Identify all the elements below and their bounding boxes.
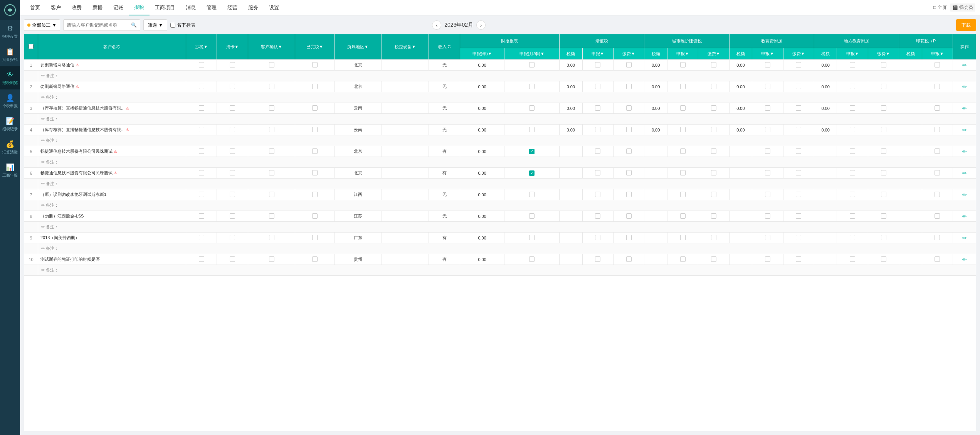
nav-management[interactable]: 管理 (201, 0, 222, 15)
edu-fee-cell[interactable] (783, 81, 814, 92)
vat-declare-cell[interactable] (582, 146, 613, 157)
vat-fee-cell[interactable] (613, 254, 644, 265)
col-report-month-sub[interactable]: 申报(月/季)▼ (504, 48, 560, 60)
unchecked-checkbox[interactable] (529, 84, 535, 89)
client-confirm-cell[interactable] (248, 233, 295, 243)
local-declare-cell[interactable] (837, 125, 868, 135)
sidebar-item-tax-browse[interactable]: 👁 报税浏览 (0, 66, 20, 89)
vat-fee-cell[interactable] (613, 189, 644, 200)
city-fee-cell[interactable] (698, 211, 729, 222)
city-fee-cell[interactable] (698, 168, 729, 179)
report-month-cell[interactable]: ✓ (504, 168, 560, 179)
clear-card-cell[interactable] (217, 233, 248, 243)
teal-checkbox[interactable]: ✓ (529, 149, 535, 154)
nav-business[interactable]: 工商项目 (150, 0, 180, 15)
stamp-declare-cell[interactable] (922, 233, 953, 243)
col-clear-card-header[interactable]: 清卡▼ (217, 34, 248, 60)
col-edu-fee-sub[interactable]: 缴费▼ (783, 48, 814, 60)
remark-cell[interactable]: ✏ 备注： (38, 92, 976, 103)
stamp-declare-cell[interactable] (922, 189, 953, 200)
local-fee-cell[interactable] (868, 254, 899, 265)
nav-fee[interactable]: 收费 (66, 0, 87, 15)
already-declared-cell[interactable] (295, 189, 335, 200)
city-declare-cell[interactable] (667, 189, 698, 200)
unchecked-checkbox[interactable] (529, 235, 535, 240)
stamp-declare-cell[interactable] (922, 60, 953, 71)
edit-icon[interactable]: ✏ (962, 84, 967, 90)
vat-declare-cell[interactable] (582, 211, 613, 222)
tax-declaration-cell[interactable] (186, 254, 217, 265)
tax-declaration-cell[interactable] (186, 233, 217, 243)
edu-declare-cell[interactable] (752, 189, 783, 200)
city-declare-cell[interactable] (667, 146, 698, 157)
unchecked-checkbox[interactable] (529, 62, 535, 67)
named-label-checkbox[interactable]: 名下标表 (170, 22, 195, 29)
col-already-declared-header[interactable]: 已完税▼ (295, 34, 335, 60)
remark-cell[interactable]: ✏ 备注： (38, 265, 976, 276)
clear-card-cell[interactable] (217, 125, 248, 135)
col-tax-declaration-header[interactable]: 抄税▼ (186, 34, 217, 60)
col-report-year-sub[interactable]: 申报(年)▼ (460, 48, 504, 60)
local-declare-cell[interactable] (837, 103, 868, 114)
local-declare-cell[interactable] (837, 60, 868, 71)
vat-declare-cell[interactable] (582, 168, 613, 179)
city-fee-cell[interactable] (698, 189, 729, 200)
city-fee-cell[interactable] (698, 146, 729, 157)
unchecked-checkbox[interactable] (529, 256, 535, 262)
edu-fee-cell[interactable] (783, 254, 814, 265)
report-month-cell[interactable] (504, 125, 560, 135)
city-declare-cell[interactable] (667, 60, 698, 71)
stamp-declare-cell[interactable] (922, 168, 953, 179)
city-fee-cell[interactable] (698, 60, 729, 71)
edit-icon[interactable]: ✏ (962, 192, 967, 198)
stamp-declare-cell[interactable] (922, 125, 953, 135)
vat-declare-cell[interactable] (582, 60, 613, 71)
city-fee-cell[interactable] (698, 125, 729, 135)
sidebar-item-annual-settlement[interactable]: 💰 汇算清缴 (0, 136, 20, 159)
edu-fee-cell[interactable] (783, 211, 814, 222)
client-confirm-cell[interactable] (248, 254, 295, 265)
edu-fee-cell[interactable] (783, 125, 814, 135)
city-fee-cell[interactable] (698, 81, 729, 92)
tax-declaration-cell[interactable] (186, 60, 217, 71)
stamp-declare-cell[interactable] (922, 103, 953, 114)
remark-cell[interactable]: ✏ 备注： (38, 243, 976, 254)
edu-declare-cell[interactable] (752, 254, 783, 265)
local-fee-cell[interactable] (868, 211, 899, 222)
nav-client[interactable]: 客户 (45, 0, 66, 15)
already-declared-cell[interactable] (295, 60, 335, 71)
already-declared-cell[interactable] (295, 125, 335, 135)
city-fee-cell[interactable] (698, 233, 729, 243)
col-tax-equipment-header[interactable]: 税控设备▼ (382, 34, 429, 60)
clear-card-cell[interactable] (217, 211, 248, 222)
edu-fee-cell[interactable] (783, 168, 814, 179)
client-confirm-cell[interactable] (248, 103, 295, 114)
local-declare-cell[interactable] (837, 81, 868, 92)
report-month-cell[interactable] (504, 103, 560, 114)
city-fee-cell[interactable] (698, 254, 729, 265)
vat-fee-cell[interactable] (613, 146, 644, 157)
stamp-declare-cell[interactable] (922, 211, 953, 222)
tax-declaration-cell[interactable] (186, 146, 217, 157)
edit-icon[interactable]: ✏ (962, 170, 967, 176)
remark-cell[interactable]: ✏ 备注： (38, 114, 976, 125)
download-button[interactable]: 下载 (956, 19, 976, 31)
client-confirm-cell[interactable] (248, 211, 295, 222)
remark-cell[interactable]: ✏ 备注： (38, 135, 976, 146)
client-confirm-cell[interactable] (248, 125, 295, 135)
select-all-checkbox[interactable] (29, 44, 34, 49)
remark-cell[interactable]: ✏ 备注： (38, 157, 976, 168)
edit-icon[interactable]: ✏ (962, 127, 967, 133)
edu-declare-cell[interactable] (752, 103, 783, 114)
client-confirm-cell[interactable] (248, 81, 295, 92)
vat-fee-cell[interactable] (613, 233, 644, 243)
city-declare-cell[interactable] (667, 125, 698, 135)
edit-icon[interactable]: ✏ (962, 213, 967, 219)
edu-declare-cell[interactable] (752, 125, 783, 135)
report-month-cell[interactable] (504, 254, 560, 265)
edu-declare-cell[interactable] (752, 211, 783, 222)
city-fee-cell[interactable] (698, 103, 729, 114)
already-declared-cell[interactable] (295, 146, 335, 157)
local-fee-cell[interactable] (868, 81, 899, 92)
local-declare-cell[interactable] (837, 211, 868, 222)
